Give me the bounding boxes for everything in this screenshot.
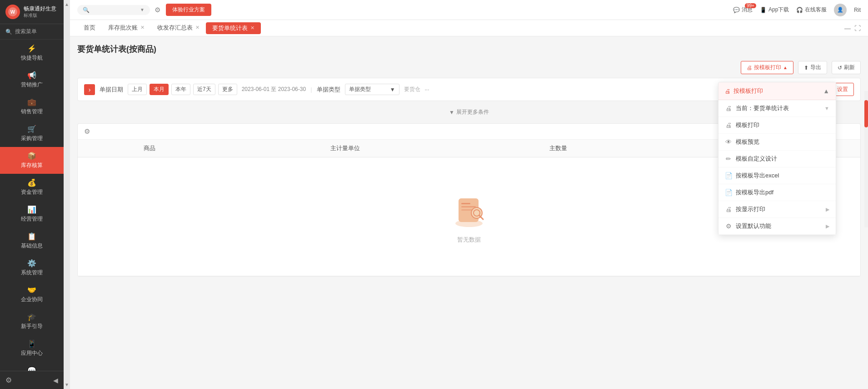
set-default-chevron: ▶ xyxy=(826,223,829,229)
scroll-down-icon[interactable]: ▼ xyxy=(65,382,69,387)
header-right: 💬 消息 99+ 📱 App下载 🎧 在线客服 👤 Rit xyxy=(733,4,861,16)
wechat-icon: 💬 xyxy=(27,366,36,371)
sidebar-item-app-center[interactable]: 📱 应用中心 xyxy=(0,335,64,362)
message-badge: 99+ xyxy=(745,3,756,8)
expand-more-label: 展开更多条件 xyxy=(456,108,489,116)
printer-icon: 🖨 xyxy=(747,65,752,71)
sidebar-item-finance[interactable]: 💰 资金管理 xyxy=(0,174,64,201)
filter-expand-button[interactable]: › xyxy=(84,84,95,95)
sidebar: W 畅康通好生意 标准版 🔍 搜索菜单 ⚡ 快捷导航 📢 营销推广 💼 销售管理… xyxy=(0,0,64,389)
expand-more-button[interactable]: ▼ 展开更多条件 xyxy=(442,106,496,119)
sidebar-item-inventory[interactable]: 📦 库存核算 xyxy=(0,147,64,174)
date-btn-7days[interactable]: 近7天 xyxy=(193,84,215,95)
sidebar-item-purchase[interactable]: 🛒 采购管理 xyxy=(0,120,64,147)
dropdown-item-export-excel[interactable]: 📄 按模板导出excel xyxy=(718,167,836,184)
app-center-icon: 📱 xyxy=(27,339,36,348)
dropdown-current-template[interactable]: 🖨 当前：要货单统计表 ▼ xyxy=(718,100,836,117)
current-template-icon: 🖨 xyxy=(725,105,732,112)
sidebar-search-menu[interactable]: 🔍 搜索菜单 xyxy=(0,24,64,40)
dropdown-close-button[interactable]: ▲ xyxy=(823,87,829,95)
user-name: Rit xyxy=(854,7,861,13)
empty-state-text: 暂无数据 xyxy=(457,236,481,244)
dropdown-item-custom-design[interactable]: ✏ 模板自定义设计 xyxy=(718,151,836,167)
export-icon: ⬆ xyxy=(804,65,808,71)
order-type-chevron: ▼ xyxy=(390,86,395,93)
dropdown-item-display-print[interactable]: 🖨 按显示打印 ▶ xyxy=(718,201,836,218)
sidebar-item-enterprise[interactable]: 🤝 企业协同 xyxy=(0,281,64,308)
right-scrollbar[interactable] xyxy=(864,91,868,227)
logo-sub-label: 标准版 xyxy=(24,12,56,18)
tab-home[interactable]: 首页 xyxy=(77,20,102,36)
sidebar-item-quick-nav[interactable]: ⚡ 快捷导航 xyxy=(0,40,64,66)
sidebar-item-sales[interactable]: 💼 销售管理 xyxy=(0,93,64,120)
current-template-label: 当前：要货单统计表 xyxy=(736,104,789,112)
display-print-icon: 🖨 xyxy=(725,206,732,213)
refresh-button[interactable]: ↺ 刷新 xyxy=(832,61,861,74)
svg-rect-5 xyxy=(461,203,470,204)
scroll-up-icon[interactable]: ▲ xyxy=(65,2,69,7)
custom-design-label: 模板自定义设计 xyxy=(736,155,777,163)
online-service-label: 在线客服 xyxy=(805,6,827,14)
app-download-link[interactable]: 📱 App下载 xyxy=(760,6,789,14)
export-label: 导出 xyxy=(810,64,821,71)
order-type-select[interactable]: 单据类型 ▼ xyxy=(345,84,399,95)
basic-info-label: 基础信息 xyxy=(21,242,43,250)
date-btn-this-year[interactable]: 本年 xyxy=(171,84,190,95)
page-title: 要货单统计表(按商品) xyxy=(77,44,861,55)
export-button[interactable]: ⬆ 导出 xyxy=(798,61,827,74)
sidebar-logo: W 畅康通好生意 标准版 xyxy=(0,0,64,24)
headphone-icon: 🎧 xyxy=(796,7,803,13)
tab-receipt-summary[interactable]: 收发存汇总表 ✕ xyxy=(151,20,206,36)
trial-industry-button[interactable]: 体验行业方案 xyxy=(166,4,211,16)
current-template-chevron: ▼ xyxy=(824,106,829,111)
header-gear-button[interactable]: ⚙ xyxy=(155,6,160,14)
refresh-label: 刷新 xyxy=(844,64,855,71)
tab-inventory-batch[interactable]: 库存批次账 ✕ xyxy=(102,20,151,36)
collapse-sidebar-icon[interactable]: ◀ xyxy=(53,377,58,384)
table-settings-icon[interactable]: ⚙ xyxy=(84,127,90,136)
enterprise-label: 企业协同 xyxy=(21,296,43,303)
template-print-button[interactable]: 🖨 按模板打印 ▲ xyxy=(741,61,793,74)
custom-design-icon: ✏ xyxy=(725,155,732,162)
basic-info-icon: 📋 xyxy=(27,232,36,241)
date-range-display: 2023-06-01 至 2023-06-30 xyxy=(242,86,306,93)
tab-minimize-icon[interactable]: — xyxy=(844,25,851,32)
tab-home-label: 首页 xyxy=(84,24,95,32)
dropdown-item-export-pdf[interactable]: 📄 按模板导出pdf xyxy=(718,184,836,201)
date-btn-more[interactable]: 更多 xyxy=(218,84,237,95)
dropdown-item-template-preview[interactable]: 👁 模板预览 xyxy=(718,134,836,151)
global-search-bar[interactable]: 🔍 ▼ xyxy=(77,5,150,15)
tab-order-stats-close[interactable]: ✕ xyxy=(250,25,254,31)
sidebar-item-basic-info[interactable]: 📋 基础信息 xyxy=(0,227,64,254)
settings-footer-icon[interactable]: ⚙ xyxy=(5,376,12,384)
user-avatar[interactable]: 👤 xyxy=(834,4,847,16)
sidebar-item-system[interactable]: ⚙️ 系统管理 xyxy=(0,254,64,281)
sidebar-footer: ⚙ ◀ xyxy=(0,371,64,389)
dropdown-item-set-default[interactable]: ⚙ 设置默认功能 ▶ xyxy=(718,218,836,235)
dropdown-item-template-print[interactable]: 🖨 模板打印 xyxy=(718,117,836,134)
sidebar-item-wechat[interactable]: 💬 企业微信 xyxy=(0,362,64,371)
sidebar-scroll: ▲ ▼ xyxy=(64,0,70,389)
tab-maximize-icon[interactable]: ⛶ xyxy=(854,25,861,32)
logo-brand-name: 畅康通好生意 xyxy=(24,5,56,13)
tab-receipt-summary-close[interactable]: ✕ xyxy=(195,25,200,30)
sidebar-item-marketing[interactable]: 📢 营销推广 xyxy=(0,66,64,93)
quick-nav-icon: ⚡ xyxy=(27,44,36,53)
search-icon: 🔍 xyxy=(5,29,12,35)
message-icon: 💬 xyxy=(733,7,740,13)
sidebar-item-operations[interactable]: 📊 经营管理 xyxy=(0,201,64,227)
tab-inventory-batch-close[interactable]: ✕ xyxy=(140,25,145,30)
message-notification[interactable]: 💬 消息 99+ xyxy=(733,6,753,14)
empty-state-icon xyxy=(449,189,489,230)
new-guide-label: 新手引导 xyxy=(21,323,43,330)
purchase-icon: 🛒 xyxy=(27,125,36,133)
date-btn-this-month[interactable]: 本月 xyxy=(150,84,169,95)
tab-order-stats[interactable]: 要货单统计表 ✕ xyxy=(206,22,261,34)
sales-label: 销售管理 xyxy=(21,108,43,116)
scrollbar-thumb xyxy=(864,100,868,127)
online-service-link[interactable]: 🎧 在线客服 xyxy=(796,6,827,14)
date-btn-last-month[interactable]: 上月 xyxy=(128,84,147,95)
sidebar-item-new-guide[interactable]: 🎓 新手引导 xyxy=(0,308,64,335)
template-print-dropdown: 🖨 按模板打印 ▲ 🖨 当前：要货单统计表 ▼ 🖨 模板打印 👁 xyxy=(718,82,836,235)
export-pdf-icon: 📄 xyxy=(725,189,732,196)
